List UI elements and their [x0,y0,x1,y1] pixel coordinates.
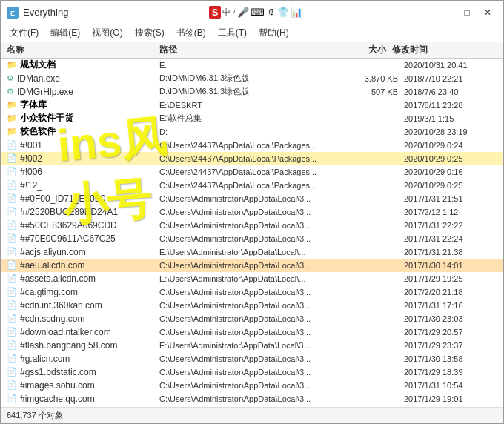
table-row[interactable]: 📄 #!002 C:\Users\24437\AppData\Local\Pac… [1,152,503,165]
file-path: C:\Users\24437\AppData\Local\Packages... [159,168,345,176]
file-name: ⚙ IDMan.exe [4,73,159,84]
menu-view[interactable]: 视图(O) [86,25,128,41]
file-name: 📄 #!001 [4,140,159,150]
file-path: D:\IDM\IDM6.31.3绿色版 [159,73,345,84]
file-date: 2020/10/29 0:25 [404,181,500,190]
file-icon: 📄 [7,367,17,377]
file-date: 2017/1/29 23:37 [404,341,500,350]
file-date: 2020/10/29 0:16 [404,168,500,176]
file-list[interactable]: 📁 规划文档 E: 2020/10/31 20:41 ⚙ IDMan.exe D… [1,59,503,407]
file-date: 2017/1/29 19:25 [404,274,500,283]
table-row[interactable]: 📄 #acjs.aliyun.com E:\Users\Administrato… [1,245,503,259]
menu-bar: 文件(F) 编辑(E) 视图(O) 搜索(S) 书签(B) 工具(T) 帮助(H… [1,24,503,42]
file-name: 📄 #!006 [4,167,159,177]
file-name: 📄 #gss1.bdstatic.com [4,367,159,377]
file-name: 📄 #!002 [4,153,159,164]
table-row[interactable]: 📁 校色软件 D: 2020/10/28 23:19 [1,125,503,139]
table-row[interactable]: 📄 #!006 C:\Users\24437\AppData\Local\Pac… [1,165,503,179]
file-name: 📁 字体库 [4,99,159,111]
file-icon: 📄 [7,340,17,350]
table-row[interactable]: 📄 ##50CE83629A069CDD C:\Users\Administra… [1,219,503,232]
col-header-name[interactable]: 名称 [4,44,159,56]
file-icon: 📄 [7,314,17,323]
minimize-button[interactable]: ─ [437,5,456,20]
file-name: 📁 校色软件 [4,125,159,138]
file-name: 📄 #!12_ [4,180,159,191]
file-date: 2017/1/31 17:16 [404,301,500,310]
file-icon: 📄 [7,193,17,203]
menu-tools[interactable]: 工具(T) [212,25,253,41]
app-icon: E [7,7,19,19]
table-row[interactable]: 📁 规划文档 E: 2020/10/31 20:41 [1,59,503,72]
table-row[interactable]: 📄 #cdn.inf.360kan.com C:\Users\Administr… [1,299,503,312]
file-date: 2017/1/31 22:24 [404,234,500,243]
table-row[interactable]: 📄 #download.ntalker.com C:\Users\Adminis… [1,325,503,339]
window-controls: ─ □ ✕ [437,5,497,20]
column-header: 名称 路径 大小 修改时间 [1,42,503,59]
sgp-logo: S 中 ° 🎤 ⌨ 🖨 👕 📊 [209,6,302,19]
file-date: 2017/1/30 14:01 [404,261,500,270]
file-name: 📄 #acjs.aliyun.com [4,247,159,257]
file-path: C:\Users\Administrator\AppData\Local\3..… [159,221,345,230]
menu-file[interactable]: 文件(F) [4,25,44,41]
file-name: 📄 #imgcache.qq.com [4,394,159,404]
file-path: C:\Users\24437\AppData\Local\Packages... [159,154,345,163]
menu-bookmarks[interactable]: 书签(B) [170,25,212,41]
menu-help[interactable]: 帮助(H) [253,25,295,41]
file-path: C:\Users\24437\AppData\Local\Packages... [159,141,345,150]
file-path: C:\Users\Administrator\AppData\Local\3..… [159,208,345,216]
file-date: 2017/1/30 13:58 [404,354,500,363]
file-icon: 📄 [7,380,17,390]
file-date: 2017/2/12 1:12 [404,208,500,216]
file-path: C:\Users\Administrator\AppData\Local\3..… [159,368,345,377]
file-name: 📄 #images.sohu.com [4,380,159,391]
table-row[interactable]: ⚙ IDMGrHlp.exe D:\IDM\IDM6.31.3绿色版 507 K… [1,85,503,99]
file-icon: 📄 [7,153,17,163]
table-row[interactable]: 📄 #g.alicn.com C:\Users\Administrator\Ap… [1,352,503,365]
table-row[interactable]: 📄 #gss1.bdstatic.com C:\Users\Administra… [1,365,503,379]
table-row[interactable]: 📄 #ca.gtimg.com C:\Users\Administrator\A… [1,285,503,299]
table-row[interactable]: 📄 #!12_ C:\Users\24437\AppData\Local\Pac… [1,179,503,192]
file-size: 507 KB [345,87,404,96]
file-date: 2017/1/29 18:39 [404,368,500,377]
file-icon: 📄 [7,233,17,243]
table-row[interactable]: 📄 ##70E0C9611AC67C25 C:\Users\Administra… [1,232,503,245]
table-row[interactable]: 📄 #assets.alicdn.com E:\Users\Administra… [1,272,503,285]
table-row[interactable]: 📄 #cdn.scdng.com C:\Users\Administrator\… [1,312,503,325]
file-icon: 📄 [7,247,17,256]
col-header-date[interactable]: 修改时间 [392,44,488,56]
file-name: 📁 小众软件干货 [4,112,159,125]
close-button[interactable]: ✕ [478,5,497,20]
folder-icon: 📁 [7,100,17,110]
table-row[interactable]: 📄 ##2520BUCE89DD24A1 C:\Users\Administra… [1,205,503,219]
col-header-path[interactable]: 路径 [159,44,333,56]
file-path: E:\DESKRT [159,101,345,110]
maximize-button[interactable]: □ [457,5,477,20]
file-date: 2017/1/31 10:54 [404,381,500,390]
table-row[interactable]: 📁 小众软件干货 E:\软件总集 2019/3/1 1:15 [1,112,503,125]
file-name: 📄 #aeu.alicdn.com [4,260,159,271]
table-row[interactable]: 📄 ##0F00_ID71_E50B0 C:\Users\Administrat… [1,192,503,205]
file-date: 2017/1/31 22:22 [404,221,500,230]
menu-edit[interactable]: 编辑(E) [44,25,86,41]
window-title: Everything [23,7,68,18]
file-name: 📄 #cdn.inf.360kan.com [4,300,159,311]
table-row[interactable]: ⚙ IDMan.exe D:\IDM\IDM6.31.3绿色版 3,870 KB… [1,72,503,85]
file-path: D:\IDM\IDM6.31.3绿色版 [159,86,345,97]
menu-search[interactable]: 搜索(S) [129,25,170,41]
sgp-toolbar-area: S 中 ° 🎤 ⌨ 🖨 👕 📊 [203,6,302,19]
table-row[interactable]: 📄 #!001 C:\Users\24437\AppData\Local\Pac… [1,139,503,152]
col-header-size[interactable]: 大小 [333,44,392,56]
folder-icon: 📁 [7,127,17,136]
file-icon: 📄 [7,300,17,310]
folder-icon: 📁 [7,60,17,70]
table-row[interactable]: 📁 字体库 E:\DESKRT 2017/8/11 23:28 [1,99,503,112]
table-row[interactable]: 📄 #aeu.alicdn.com C:\Users\Administrator… [1,259,503,272]
file-date: 2017/8/11 23:28 [404,101,500,110]
file-path: E: [159,61,345,70]
table-row[interactable]: 📄 #images.sohu.com C:\Users\Administrato… [1,379,503,392]
table-row[interactable]: 📄 #flash.bangbang.58.com E:\Users\Admini… [1,339,503,352]
file-date: 2020/10/31 20:41 [404,61,500,70]
table-row[interactable]: 📄 #imgcache.qq.com C:\Users\Administrato… [1,392,503,405]
file-path: E:\Users\Administrator\AppData\Local\... [159,274,345,283]
